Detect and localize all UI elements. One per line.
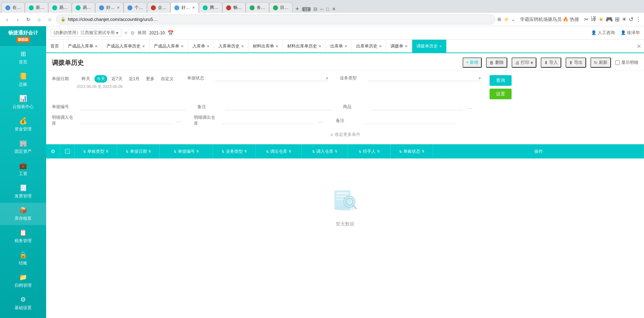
browser-tab-t9[interactable]: 腾… xyxy=(199,2,222,13)
menu-dots-icon[interactable]: ⋮ xyxy=(635,16,641,23)
nav-tabs-close-all[interactable]: ✕ xyxy=(634,43,644,50)
browser-tab-t10[interactable]: 畅… xyxy=(222,2,246,13)
browser-tab-t2[interactable]: 新… xyxy=(25,2,48,13)
browser-tab-t4[interactable]: 易… xyxy=(72,2,95,13)
tab-close[interactable]: ✕ xyxy=(192,6,195,10)
browser-tab-t1[interactable]: 在… xyxy=(1,2,25,13)
nav-tab-product-in2[interactable]: 产成品入库单 ✕ xyxy=(149,40,188,53)
nav-tab-transfer-close[interactable]: ✕ xyxy=(405,44,408,48)
sidebar-item-guide[interactable]: 📖 新手引导 xyxy=(0,314,46,318)
th-no[interactable]: ⇅ 单据编号 ⇅ xyxy=(160,144,213,158)
maximize-btn[interactable]: □ xyxy=(326,6,329,12)
sidebar-item-invoice[interactable]: 🧾 发票管理 xyxy=(0,180,46,203)
add-company-btn[interactable]: + xyxy=(124,30,127,36)
reward-icon[interactable]: ★ xyxy=(599,16,604,23)
sidebar-item-inventory[interactable]: 📦 库存核算 xyxy=(0,203,46,225)
nav-tab-product-in-history[interactable]: 产成品入库单历史 ✕ xyxy=(102,40,149,53)
select-all-checkbox[interactable] xyxy=(65,149,70,154)
new-btn[interactable]: + 新增 xyxy=(463,57,482,68)
grid-icon[interactable]: ⊞ xyxy=(615,16,620,23)
detail-out-dots[interactable]: … xyxy=(317,118,324,123)
order-no-input[interactable] xyxy=(80,104,186,110)
sidebar-item-tax[interactable]: 📋 税务管理 xyxy=(0,225,46,247)
delete-btn[interactable]: 🗑 删除 xyxy=(486,57,507,68)
nav-tab-home[interactable]: 首页 xyxy=(46,40,64,53)
date-btn-today[interactable]: 今天 xyxy=(94,75,107,83)
nav-tab-transfer-history-close[interactable]: ✕ xyxy=(439,44,442,48)
home-button[interactable]: ⌂ xyxy=(35,15,43,24)
th-out[interactable]: ⇅ 调出仓库 ⇅ xyxy=(256,144,302,158)
th-type[interactable]: ⇅ 单账类型 ⇅ xyxy=(75,144,117,158)
browser-tab-t7[interactable]: 企… xyxy=(147,2,170,13)
nav-tab-in-order-close[interactable]: ✕ xyxy=(207,44,209,48)
sidebar-item-ledger[interactable]: 📒 总账 xyxy=(0,69,46,91)
sidebar-item-assets[interactable]: 🏢 固定资产 xyxy=(0,136,46,158)
history-icon[interactable]: ↺ xyxy=(629,16,633,23)
sidebar-item-wage[interactable]: 💼 工资 xyxy=(0,158,46,180)
game-icon[interactable]: 🎮 xyxy=(606,16,613,23)
company-selector[interactable]: (勿删勿禁用）江西服宝测试专用 ▾ xyxy=(50,29,121,37)
browser-tab-t12[interactable]: 目… xyxy=(269,2,293,13)
set-button[interactable]: 设置 xyxy=(490,89,512,99)
import-btn[interactable]: ⬇ 导入 xyxy=(541,57,561,68)
status-select-wrapper[interactable]: ▾ xyxy=(215,76,328,81)
service-btn[interactable]: 👤 人工咨询 xyxy=(591,30,615,36)
user-info[interactable]: 👤 徐泽华 xyxy=(621,30,640,36)
sidebar-item-report[interactable]: 📊 云报表中心 xyxy=(0,91,46,113)
nav-tab-mat-out[interactable]: 材料出库单 ✕ xyxy=(249,40,283,53)
extensions-icon[interactable]: ⊞ xyxy=(497,17,501,22)
nav-tab-transfer-history[interactable]: 调拨单历史 ✕ xyxy=(412,40,447,53)
nav-tab-product-in-history-close[interactable]: ✕ xyxy=(142,44,145,48)
bookmark-button[interactable]: ☆ xyxy=(45,15,54,24)
sidebar-item-close[interactable]: 🔒 结账 xyxy=(0,247,46,270)
nav-tab-product-in2-close[interactable]: ✕ xyxy=(181,44,184,48)
collapse-btn[interactable]: ∧ 收起更多条件 xyxy=(52,129,638,140)
reload-button[interactable]: ↻ xyxy=(24,15,33,24)
nav-tab-mat-out-close[interactable]: ✕ xyxy=(275,44,278,48)
th-biz[interactable]: ⇅ 业务类型 ⇅ xyxy=(213,144,256,158)
date-btn-1month[interactable]: 近1月 xyxy=(127,75,142,83)
sidebar-item-settings[interactable]: ⚙ 基础设置 xyxy=(0,292,46,314)
browser-tab-t3[interactable]: 易… xyxy=(48,2,72,13)
refresh-btn[interactable]: ↻ 刷新 xyxy=(590,57,611,68)
th-gear[interactable]: ⚙ xyxy=(46,144,60,158)
export-btn[interactable]: ⬆ 导出 xyxy=(566,57,586,68)
minimize-btn[interactable]: ─ xyxy=(320,6,323,12)
date-btn-yesterday[interactable]: 昨天 xyxy=(80,75,92,83)
back-button[interactable]: ‹ xyxy=(3,15,11,24)
nav-tab-mat-out-history-close[interactable]: ✕ xyxy=(318,44,321,48)
nav-tab-product-in-close[interactable]: ✕ xyxy=(95,44,98,48)
detail-in-input[interactable] xyxy=(80,117,172,124)
new-tab-btn[interactable]: + xyxy=(295,5,299,13)
sidebar-item-capital[interactable]: 💰 资金管理 xyxy=(0,113,46,136)
detail-in-dots[interactable]: … xyxy=(175,118,182,123)
note-input[interactable] xyxy=(225,104,332,110)
bolt-icon[interactable]: ⚡ xyxy=(503,17,509,22)
date-btn-more[interactable]: 更多 xyxy=(144,75,157,83)
nav-tab-in-order[interactable]: 入库单 ✕ xyxy=(188,40,214,53)
th-in[interactable]: ⇅ 调入仓库 ⇅ xyxy=(302,144,348,158)
nav-tab-out-history-close[interactable]: ✕ xyxy=(379,44,382,48)
sidebar-item-home[interactable]: ⊞ 首页 xyxy=(0,46,46,69)
browser-tab-t6[interactable]: 个… xyxy=(124,2,147,13)
browser-tab-t11[interactable]: 各… xyxy=(246,2,269,13)
brightness-icon[interactable]: ☀ xyxy=(622,16,627,23)
sidebar-item-archive[interactable]: 📁 归档管理 xyxy=(0,270,46,292)
address-bar[interactable]: 🔒 https://cloud.chanjet.com/accounting/u… xyxy=(56,15,495,24)
th-person[interactable]: ⇅ 经手人 ⇅ xyxy=(348,144,391,158)
close-window-btn[interactable]: ✕ xyxy=(332,6,336,12)
nav-tab-out-order[interactable]: 出库单 ✕ xyxy=(326,40,352,53)
nav-tab-transfer[interactable]: 调拨单 ✕ xyxy=(386,40,412,53)
biz-type-select-wrapper[interactable]: ▾ xyxy=(367,76,481,81)
calendar-icon[interactable]: 📅 xyxy=(168,30,174,36)
show-columns-checkbox[interactable] xyxy=(615,60,620,65)
nav-tab-in-history-close[interactable]: ✕ xyxy=(241,44,244,48)
nav-tab-out-history[interactable]: 出库单历史 ✕ xyxy=(352,40,386,53)
th-date[interactable]: ⇅ 单据日期 ⇅ xyxy=(117,144,160,158)
tab-close[interactable]: ✕ xyxy=(117,6,120,10)
query-button[interactable]: 查询 xyxy=(490,75,512,86)
period-value[interactable]: 2021-10 xyxy=(149,30,165,35)
note2-input[interactable] xyxy=(364,117,456,124)
goods-input[interactable] xyxy=(371,104,463,110)
translate-icon[interactable]: 译 xyxy=(591,16,596,23)
